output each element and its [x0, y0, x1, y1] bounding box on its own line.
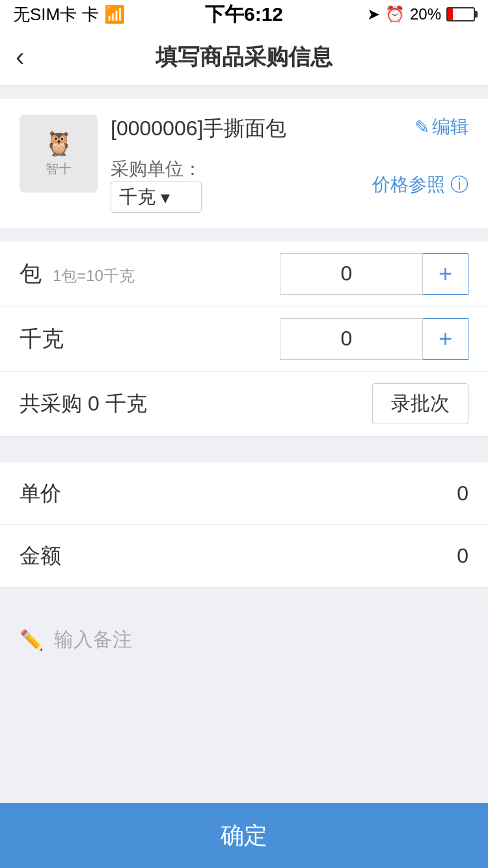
kg-input-right: + — [280, 318, 468, 360]
summary-text: 共采购 0 千克 — [20, 390, 147, 418]
unit-price-row: 单价 0 — [0, 463, 488, 525]
unit-price-label: 单价 — [20, 480, 61, 508]
price-ref-label: 价格参照 — [372, 172, 445, 197]
input-section: 包 1包=10千克 + 千克 + 共采购 0 千克 录批次 — [0, 241, 488, 437]
edit-link[interactable]: ✎ 编辑 — [414, 115, 468, 139]
bao-label: 包 — [20, 261, 42, 286]
product-card: 🦉 智十 [0000006]手撕面包 ✎ 编辑 采购单位： 千克 ▾ 价格参照 … — [0, 99, 488, 228]
kg-plus-button[interactable]: + — [423, 318, 468, 360]
sim-label: 卡 — [82, 3, 99, 26]
product-unit-row: 采购单位： 千克 ▾ 价格参照 ⓘ — [111, 156, 468, 213]
bao-plus-button[interactable]: + — [423, 253, 468, 295]
back-button[interactable]: ‹ — [16, 42, 24, 72]
product-image-text: 智十 — [46, 160, 72, 178]
chevron-down-icon: ▾ — [161, 187, 170, 208]
nav-bar: ‹ 填写商品采购信息 — [0, 29, 488, 86]
bao-row: 包 1包=10千克 + — [0, 241, 488, 306]
summary-row: 共采购 0 千克 录批次 — [0, 372, 488, 437]
bao-quantity-input[interactable] — [280, 253, 423, 295]
status-right: ➤ ⏰ 20% — [367, 5, 475, 23]
alarm-icon: ⏰ — [385, 5, 405, 23]
product-header: [0000006]手撕面包 ✎ 编辑 — [111, 115, 468, 143]
kg-label-area: 千克 — [20, 324, 64, 354]
amount-label: 金额 — [20, 542, 61, 571]
bao-sublabel: 1包=10千克 — [53, 267, 135, 284]
status-bar: 无SIM卡 卡 📶 下午6:12 ➤ ⏰ 20% — [0, 0, 488, 29]
edit-icon: ✎ — [414, 116, 429, 138]
battery-fill — [448, 8, 453, 20]
carrier-label: 无SIM卡 — [13, 3, 77, 26]
summary-amount: 0 — [88, 392, 105, 415]
notes-placeholder: 输入备注 — [54, 627, 132, 653]
amount-value: 0 — [457, 544, 468, 568]
unit-label: 采购单位： — [111, 159, 202, 179]
edit-label: 编辑 — [432, 115, 468, 139]
divider-middle — [0, 437, 488, 450]
divider-top — [0, 228, 488, 241]
summary-prefix: 共采购 — [20, 392, 88, 415]
product-name: [0000006]手撕面包 — [111, 115, 414, 143]
bao-label-area: 包 1包=10千克 — [20, 259, 135, 289]
batch-button[interactable]: 录批次 — [372, 383, 468, 424]
unit-selector-area: 采购单位： 千克 ▾ — [111, 156, 202, 213]
unit-price-value: 0 — [457, 481, 468, 506]
unit-select[interactable]: 千克 ▾ — [111, 182, 202, 213]
battery-label: 20% — [410, 5, 441, 23]
summary-unit: 千克 — [105, 392, 147, 415]
confirm-button[interactable]: 确定 — [0, 803, 488, 868]
status-left: 无SIM卡 卡 📶 — [13, 3, 125, 26]
kg-label: 千克 — [20, 326, 64, 351]
amount-row: 金额 0 — [0, 525, 488, 588]
price-section: 单价 0 金额 0 — [0, 463, 488, 588]
wifi-icon: 📶 — [104, 5, 125, 25]
pencil-icon: ✏️ — [20, 629, 44, 651]
info-icon: ⓘ — [450, 172, 468, 197]
product-image: 🦉 智十 — [20, 115, 98, 193]
battery-icon — [446, 7, 475, 21]
status-time: 下午6:12 — [205, 1, 283, 28]
kg-quantity-input[interactable] — [280, 318, 423, 360]
product-info: [0000006]手撕面包 ✎ 编辑 采购单位： 千克 ▾ 价格参照 ⓘ — [111, 115, 468, 213]
confirm-label: 确定 — [221, 820, 267, 852]
page-title: 填写商品采购信息 — [156, 42, 332, 72]
product-owl-icon: 🦉 — [44, 130, 74, 157]
notes-section[interactable]: ✏️ 输入备注 — [0, 601, 488, 679]
location-icon: ➤ — [367, 5, 380, 23]
price-ref-link[interactable]: 价格参照 ⓘ — [372, 172, 468, 197]
unit-value: 千克 — [119, 185, 156, 210]
kg-row: 千克 + — [0, 306, 488, 372]
bao-input-right: + — [280, 253, 468, 295]
